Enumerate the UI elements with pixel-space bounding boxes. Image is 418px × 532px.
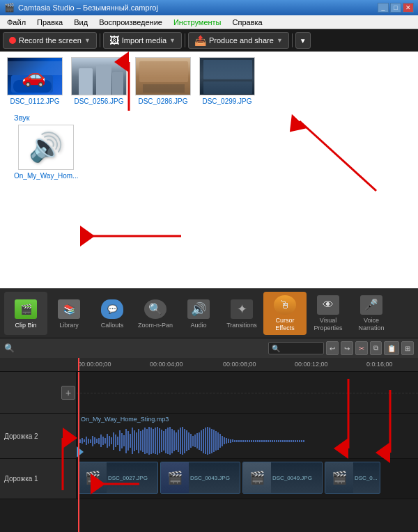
tool-cursor-effects[interactable]: 🖱 CursorEffects [263,292,307,335]
video-clip-0043[interactable]: 🎬 DSC_0043.JPG [160,462,240,494]
tool-voice-narration[interactable]: 🎤 VoiceNarration [350,292,393,335]
ruler-mark-8: 00:00:08;00 [223,361,256,368]
thumbnails-row: DSC_0112.JPG DSC_0256.JPG [7,57,411,105]
transitions-label: Transitions [226,322,257,329]
thumb-image-0286 [135,57,191,95]
timeline-ruler: 00:00:00;00 00:00:04;00 00:00:08;00 00:0… [0,358,418,372]
video-clip-0049[interactable]: 🎬 DSC_0049.JPG [242,462,323,494]
tool-controls: 🔍 ↩ ↪ ✂ ⧉ 📋 ⊞ [0,338,418,358]
audio-file-label: On_My_Way_Home_Sting.mp3 [81,416,169,423]
callouts-label: Callouts [101,322,124,329]
ruler-mark-16: 0:0:16;00 [366,361,393,368]
menu-tools[interactable]: Инструменты [169,17,226,28]
search-icon: 🔍 [4,343,15,353]
ctrl-cut-btn[interactable]: ✂ [355,341,368,355]
thumbnail-0256[interactable]: DSC_0256.JPG [71,57,127,105]
library-icon: 📚 [58,298,80,320]
ctrl-undo-btn[interactable]: ↩ [326,341,339,355]
ctrl-snap-btn[interactable]: ⊞ [401,341,414,355]
sound-label-0: On_My_Way_Hom... [14,172,78,180]
clip-label-0049: DSC_0049.JPG [271,474,314,483]
empty-track-space: + [0,372,418,414]
produce-icon: 📤 [194,35,206,46]
playhead-line [78,372,79,532]
track-2-header: Дорожка 2 [0,414,77,458]
toolbar-divider-3 [292,33,293,47]
import-label: Import media [122,36,167,45]
main-content: DSC_0112.JPG DSC_0256.JPG [0,52,418,288]
tool-callouts[interactable]: 💬 Callouts [91,292,134,335]
clip-label-0027: DSC_0027.JPG [107,474,149,483]
thumbnail-0299[interactable]: DSC_0299.JPG [199,57,255,105]
clip-bin-icon: 🎬 [15,298,37,320]
toolbar-divider-2 [185,33,185,47]
visual-properties-icon: 👁 [317,295,339,315]
clip-thumb-0049: 🎬 [243,462,271,493]
tool-zoom-n-pan[interactable]: 🔍 Zoom-n-Pan [134,292,177,335]
record-dot-icon [9,37,16,44]
audio-waveform-area[interactable]: On_My_Way_Home_Sting.mp3 [77,414,418,458]
ctrl-copy-btn[interactable]: ⧉ [370,341,382,355]
minimize-button[interactable]: _ [378,3,389,13]
media-panel: DSC_0112.JPG DSC_0256.JPG [0,52,418,288]
track-audio: Дорожка 2 On_My_Way_Home_Sting.mp3 [0,414,418,459]
menu-edit[interactable]: Правка [33,17,67,28]
produce-label: Produce and share [209,36,274,45]
import-button[interactable]: 🖼 Import media ▼ [103,32,182,49]
timeline-search-input[interactable] [268,342,324,354]
menu-file[interactable]: Файл [3,17,30,28]
menu-help[interactable]: Справка [229,17,267,28]
tools-row: 🎬 Clip Bin 📚 Library 💬 Callouts [0,288,418,338]
menu-playback[interactable]: Воспроизведение [95,17,167,28]
tool-library[interactable]: 📚 Library [47,292,91,335]
import-dropdown-arrow[interactable]: ▼ [169,37,176,44]
add-track-button[interactable]: + [61,386,75,400]
sound-section-label: Звук [14,114,404,122]
thumbnail-0286[interactable]: DSC_0286.JPG [135,57,191,105]
menu-bar: Файл Правка Вид Воспроизведение Инструме… [0,15,418,29]
playhead-ruler-marker [78,358,79,372]
waveform-bars [77,423,418,458]
toolbar-divider-1 [100,33,100,47]
ruler-mark-0: 00:00:00;00 [78,361,111,368]
ctrl-paste-btn[interactable]: 📋 [384,341,399,355]
sound-item-0[interactable]: 🔊 On_My_Way_Hom... [14,125,78,180]
cursor-effects-icon: 🖱 [274,295,296,315]
zoom-n-pan-icon: 🔍 [144,298,167,320]
ruler-mark-12: 00:00:12;00 [295,361,328,368]
maximize-button[interactable]: □ [390,3,401,13]
transitions-icon: ✦ [231,298,253,320]
title-bar: 🎬 Camtasia Studio – Безымянный.camproj _… [0,0,418,15]
clip-label-extra: DSC_0... [353,474,378,483]
voice-narration-label: VoiceNarration [358,317,384,332]
tool-audio[interactable]: 🔊 Audio [177,292,220,335]
tool-visual-properties[interactable]: 👁 VisualProperties [307,292,350,335]
app-icon: 🎬 [4,3,15,13]
record-dropdown-arrow[interactable]: ▼ [84,37,91,44]
produce-dropdown-arrow[interactable]: ▼ [277,37,283,44]
menu-view[interactable]: Вид [70,17,92,28]
sound-section: Звук 🔊 On_My_Way_Hom... [7,111,411,184]
close-button[interactable]: ✕ [403,3,414,13]
audio-icon: 🔊 [187,298,210,320]
tool-clip-bin[interactable]: 🎬 Clip Bin [4,292,47,335]
extra-toolbar-button[interactable]: ▼ [295,32,311,49]
thumb-image-0299 [199,57,255,95]
track-1-header: Дорожка 1 [0,459,77,499]
ctrl-redo-btn[interactable]: ↪ [341,341,353,355]
visual-properties-label: VisualProperties [314,317,342,332]
track-1-content[interactable]: 🎬 DSC_0027.JPG 🎬 DSC_0043.JPG 🎬 DSC_0049… [77,459,418,499]
clip-thumb-0027: 🎬 [79,462,107,493]
tool-transitions[interactable]: ✦ Transitions [220,292,263,335]
thumb-label-0286: DSC_0286.JPG [138,97,187,105]
video-clip-0027[interactable]: 🎬 DSC_0027.JPG [78,462,158,494]
track-2-label: Дорожка 2 [4,432,38,440]
speaker-icon: 🔊 [29,131,63,164]
produce-button[interactable]: 📤 Produce and share ▼ [188,32,289,49]
record-button[interactable]: Record the screen ▼ [3,32,97,49]
sound-icon-box: 🔊 [18,125,74,170]
thumbnail-0112[interactable]: DSC_0112.JPG [7,57,63,105]
clip-bin-label: Clip Bin [15,322,36,329]
video-clip-extra[interactable]: 🎬 DSC_0... [325,462,380,494]
clip-label-0043: DSC_0043.JPG [189,474,231,483]
